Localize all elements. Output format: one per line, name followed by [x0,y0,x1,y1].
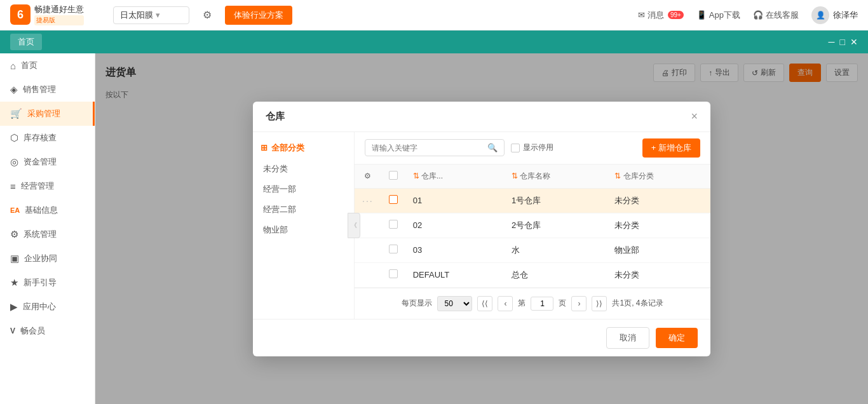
sidebar-label-sales: 销售管理 [23,84,56,95]
warehouse-table: ⚙ ⇅ 仓库... [355,164,710,288]
col-header-gear[interactable]: ⚙ [355,165,381,189]
category-item-ops2[interactable]: 经营二部 [253,199,354,220]
sidebar-item-inventory[interactable]: ⬡ 库存核查 [0,126,95,150]
sidebar-item-basic[interactable]: EA 基础信息 [0,198,95,222]
sidebar-item-member[interactable]: V 畅会员 [0,319,95,343]
page-number-input[interactable] [531,297,553,311]
sidebar-item-system[interactable]: ⚙ 系统管理 [0,222,95,246]
code-sort-icon: ⇅ [413,172,419,180]
row-checkbox-cell[interactable] [381,188,405,213]
next-page-icon: › [578,299,580,308]
next-page-button[interactable]: › [571,296,587,311]
disabled-checkbox-box[interactable] [511,144,520,152]
sidebar-label-member: 畅会员 [20,325,45,337]
search-box[interactable]: 🔍 [365,139,505,156]
app-logo-icon: 6 [10,4,31,25]
category-item-property[interactable]: 物业部 [253,220,354,240]
category-item-unclassified[interactable]: 未分类 [253,159,354,179]
show-disabled-checkbox[interactable]: 显示停用 [511,142,553,153]
sidebar-label-inventory: 库存核查 [24,132,57,144]
row-name: 水 [504,238,607,262]
prev-page-icon: ‹ [504,299,506,308]
name-sort-icon: ⇅ [512,172,518,180]
sidebar-label-finance: 资金管理 [24,156,57,168]
search-input[interactable] [372,144,484,152]
table-row[interactable]: 03 水 物业部 [355,238,710,262]
modal-close-button[interactable]: × [691,111,698,122]
trial-button[interactable]: 体验行业方案 [225,6,292,25]
row-checkbox[interactable] [389,195,398,204]
store-dropdown-icon: ▾ [156,10,160,20]
confirm-button[interactable]: 确定 [656,328,698,348]
store-selector[interactable]: 日太阳膜 ▾ [113,6,189,24]
row-checkbox[interactable] [389,245,398,253]
page-text-label: 第 [518,298,526,309]
system-icon: ⚙ [10,229,18,240]
settings-icon[interactable]: ⚙ [197,5,217,25]
store-name: 日太阳膜 [120,10,153,21]
sidebar-item-app[interactable]: ▶ 应用中心 [0,295,95,319]
table-row[interactable]: 02 2号仓库 未分类 [355,213,710,238]
last-page-button[interactable]: ⟩⟩ [592,296,607,311]
logo-area: 6 畅捷通好生意 捷易版 [10,4,105,25]
select-all-checkbox[interactable] [389,171,398,180]
procurement-icon: 🛒 [10,108,22,119]
col-header-code[interactable]: ⇅ 仓库... [405,165,504,189]
sidebar-item-sales[interactable]: ◈ 销售管理 [0,77,95,102]
category-all[interactable]: ⊞ 全部分类 [253,137,354,159]
search-icon[interactable]: 🔍 [487,143,498,152]
top-header: 6 畅捷通好生意 捷易版 日太阳膜 ▾ ⚙ 体验行业方案 ✉ 消息 99+ 📱 … [0,0,868,30]
per-page-select[interactable]: 50 100 200 [437,296,472,311]
header-right: ✉ 消息 99+ 📱 App下载 🎧 在线客服 👤 徐泽华 [638,6,858,24]
home-icon: ⌂ [10,60,16,71]
add-warehouse-button[interactable]: + 新增仓库 [642,138,700,158]
main-layout: ⌂ 首页 ◈ 销售管理 🛒 采购管理 ⬡ 库存核查 ◎ 资金管理 ≡ 经营管理 … [0,53,868,404]
row-checkbox[interactable] [389,269,398,278]
sidebar-item-guide[interactable]: ★ 新手引导 [0,271,95,295]
row-checkbox[interactable] [389,220,398,229]
pagination: 每页显示 50 100 200 ⟨⟨ ‹ [355,288,710,319]
sidebar-label-guide: 新手引导 [24,277,57,288]
sidebar-label-enterprise: 企业协同 [24,253,57,264]
col-header-check[interactable] [381,165,405,189]
row-dots-icon[interactable]: ··· [362,196,374,206]
row-checkbox-cell[interactable] [381,262,405,287]
window-restore-icon[interactable]: □ [840,37,845,47]
sidebar-item-finance[interactable]: ◎ 资金管理 [0,150,95,174]
category-panel: ⊞ 全部分类 未分类 经营一部 经营二部 物业部 [253,132,355,319]
sidebar-item-enterprise[interactable]: ▣ 企业协同 [0,246,95,271]
sidebar-label-home: 首页 [21,60,37,71]
gear-col-icon: ⚙ [364,172,371,180]
row-name: 1号仓库 [504,188,607,213]
cancel-button[interactable]: 取消 [606,327,649,349]
first-page-button[interactable]: ⟨⟨ [477,296,492,311]
table-panel: 🔍 显示停用 + 新增仓库 [355,132,710,319]
row-code: 01 [405,188,504,213]
tab-home[interactable]: 首页 [10,34,42,50]
window-close-icon[interactable]: ✕ [850,37,858,47]
prev-page-button[interactable]: ‹ [498,296,513,311]
row-checkbox-cell[interactable] [381,238,405,262]
user-avatar: 👤 [811,6,829,24]
messages-item[interactable]: ✉ 消息 99+ [638,10,684,21]
collapse-panel-button[interactable]: 《 [348,213,360,238]
row-name: 总仓 [504,262,607,287]
category-item-ops1[interactable]: 经营一部 [253,179,354,199]
category-all-label: 全部分类 [271,142,304,154]
window-minimize-icon[interactable]: ─ [829,37,835,47]
col-header-name[interactable]: ⇅ 仓库名称 [504,165,607,189]
online-service-item[interactable]: 🎧 在线客服 [753,10,799,21]
app-download-item[interactable]: 📱 App下载 [696,10,740,21]
table-row[interactable]: DEFAULT 总仓 未分类 [355,262,710,287]
modal-footer: 取消 确定 [253,319,710,356]
online-service-label: 在线客服 [766,10,799,21]
row-checkbox-cell[interactable] [381,213,405,238]
messages-label: 消息 [648,10,664,21]
sidebar-item-home[interactable]: ⌂ 首页 [0,53,95,77]
sidebar-item-procurement[interactable]: 🛒 采购管理 [0,102,95,126]
user-area[interactable]: 👤 徐泽华 [811,6,858,24]
row-code: DEFAULT [405,262,504,287]
table-row[interactable]: ··· 01 1号仓库 未分类 [355,188,710,213]
col-header-category[interactable]: ⇅ 仓库分类 [607,165,710,189]
sidebar-item-operations[interactable]: ≡ 经营管理 [0,174,95,198]
